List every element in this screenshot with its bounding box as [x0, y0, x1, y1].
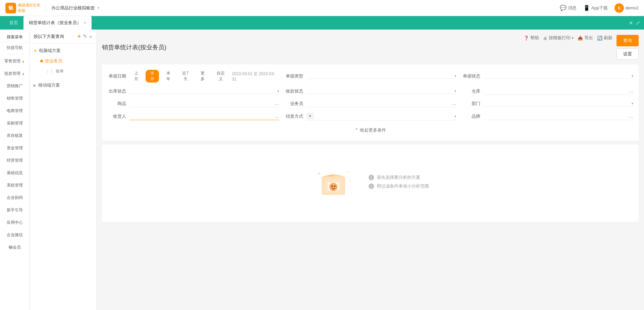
scheme-dot-salesperson — [40, 60, 43, 62]
collapse-icon: ⌃ — [355, 127, 359, 133]
sidebar-item-basic[interactable]: 基础信息 — [0, 167, 29, 179]
filter-docstatus-field: 单据状态 ▾ — [462, 73, 633, 79]
sidebar-item-wechat[interactable]: 企业微信 — [0, 229, 29, 241]
filter-doctype-label: 单据类型 — [284, 73, 303, 79]
date-range-area: 上月 本月 本年 近7天 更多 自定义 2023-03-01 至 2023-03… — [129, 70, 279, 83]
scheme-desktop-header[interactable]: ▼ 电脑端方案 — [30, 46, 96, 56]
sidebar-inventory-label: 库存核算 — [7, 133, 23, 139]
filter-payment-arrow: ▾ — [454, 114, 456, 118]
sidebar-quick-nav[interactable]: 快捷导航 — [7, 42, 23, 53]
sidebar-retail-label: 零售管理 — [4, 58, 20, 64]
date-btn-7days[interactable]: 近7天 — [177, 70, 193, 83]
scheme-panel-header: 按以下方案查询 + ✎ « — [30, 30, 96, 44]
sidebar-item-retail[interactable]: 零售管理 ▲ — [0, 55, 29, 67]
filter-date-field: 单据日期 上月 本月 本年 近7天 更多 自定义 2023-03-01 至 20… — [107, 70, 279, 83]
scheme-add-btn[interactable]: + — [77, 33, 81, 40]
filter-receiptstatus-field: 收款状态 ▾ — [284, 88, 456, 94]
sidebar-wechat-label: 企业微信 — [7, 232, 23, 238]
filter-docstatus-input[interactable]: ▾ — [484, 73, 633, 79]
filter-warehouse-dots[interactable]: ... — [629, 88, 633, 94]
sidebar-item-collab[interactable]: 企业协同 — [0, 192, 29, 204]
filter-product-dots[interactable]: ... — [275, 100, 279, 106]
sidebar-item-marketing[interactable]: 营销推广 — [0, 80, 29, 92]
filter-doctype-input[interactable]: ▾ — [307, 73, 456, 79]
sidebar-item-sales[interactable]: 销售管理 — [0, 92, 29, 105]
scheme-desktop-arrow: ▼ — [34, 49, 37, 53]
filter-payment-input[interactable]: × ▾ — [307, 112, 456, 120]
tab-expand-btn[interactable]: ⤢ — [636, 20, 640, 26]
query-setting-btns: 查询 设置 — [616, 35, 639, 60]
scheme-sub-item-order[interactable]: ⋮⋮ 按单 — [30, 66, 96, 76]
sidebar-item-purchase[interactable]: 采购管理 — [0, 117, 29, 130]
page-top-actions: ❓ 帮助 🖨 按模板打印 ▾ 📤 导出 🔄 — [524, 35, 612, 41]
date-btn-more[interactable]: 更多 — [196, 70, 209, 83]
filter-consignee-field: 收货人 ... — [107, 112, 279, 120]
app-download-btn[interactable]: 📱 App下载 — [583, 5, 608, 11]
header-divider — [46, 5, 46, 11]
filter-product-input[interactable]: ... — [129, 100, 279, 107]
print-arrow: ▾ — [572, 36, 574, 40]
sidebar-item-member[interactable]: 畅会员 — [0, 241, 29, 254]
filter-brand-label: 品牌 — [462, 113, 480, 119]
sidebar-item-appstore[interactable]: 应用中心 — [0, 216, 29, 229]
scheme-item-salesperson[interactable]: 按业务员 — [30, 56, 96, 66]
sidebar-item-finance[interactable]: 资金管理 — [0, 142, 29, 154]
filter-brand-input[interactable]: ... — [484, 112, 633, 120]
tab-sales-report[interactable]: 销货单统计表（按业务员） × — [23, 16, 92, 30]
date-btn-this-year[interactable]: 本年 — [162, 70, 175, 83]
message-label: 消息 — [568, 5, 577, 11]
print-btn[interactable]: 🖨 按模板打印 ▾ — [543, 35, 574, 41]
filter-warehouse-input[interactable]: ... — [484, 87, 633, 95]
avatar: E — [614, 3, 624, 13]
date-btn-custom[interactable]: 自定义 — [212, 70, 229, 83]
sidebar-item-inventory[interactable]: 库存核算 — [0, 130, 29, 142]
tab-close-btn[interactable]: × — [84, 20, 86, 25]
help-icon: ❓ — [524, 36, 529, 41]
sidebar-item-ecommerce[interactable]: 电商管理 — [0, 105, 29, 117]
filter-brand-field: 品牌 ... — [462, 112, 633, 120]
date-btn-last-month[interactable]: 上月 — [129, 70, 143, 83]
filter-outstatus-input[interactable]: ▾ — [129, 89, 279, 94]
date-btn-this-month[interactable]: 本月 — [146, 70, 159, 83]
filter-row-2: 出库状态 ▾ 收款状态 ▾ 仓库 — [107, 87, 633, 95]
filter-consignee-dots[interactable]: ... — [275, 113, 279, 119]
query-btn[interactable]: 查询 — [616, 35, 639, 46]
help-btn[interactable]: ❓ 帮助 — [524, 35, 539, 41]
page-title: 销货单统计表(按业务员) — [102, 43, 166, 51]
message-btn[interactable]: 💬 消息 — [560, 5, 577, 11]
setting-btn[interactable]: 设置 — [616, 48, 639, 60]
collapse-area: ⌃ 收起更多条件 — [107, 125, 633, 135]
sidebar-item-newbie[interactable]: 新手引导 — [0, 204, 29, 216]
scheme-panel-title: 按以下方案查询 — [34, 34, 64, 40]
filter-doctype-field: 单据类型 ▾ — [284, 73, 456, 79]
sidebar-item-system[interactable]: 系统管理 — [0, 179, 29, 192]
logo-text: 畅捷通好生意 标版 — [18, 3, 40, 13]
svg-text:✦: ✦ — [347, 171, 349, 174]
scheme-collapse-btn[interactable]: « — [89, 34, 92, 40]
filter-brand-dots[interactable]: ... — [629, 113, 633, 119]
user-menu[interactable]: E demo2 — [614, 3, 639, 13]
empty-step2-label: 用过滤条件来缩小分析范围 — [377, 183, 429, 189]
filter-receiptstatus-input[interactable]: ▾ — [307, 89, 456, 94]
filter-consignee-input[interactable]: ... — [129, 112, 279, 120]
tab-close-window-btn[interactable]: × — [629, 19, 633, 27]
sidebar-item-operation[interactable]: 经营管理 — [0, 154, 29, 167]
filter-salesperson-dots[interactable]: ... — [452, 100, 456, 106]
export-btn[interactable]: 📤 导出 — [578, 35, 593, 41]
filter-salesperson-input[interactable]: ... — [307, 100, 456, 107]
collapse-btn[interactable]: ⌃ 收起更多条件 — [355, 125, 386, 135]
filter-outstatus-arrow: ▾ — [277, 89, 279, 93]
filter-department-input[interactable]: ▾ — [484, 101, 633, 106]
refresh-btn[interactable]: 🔄 刷新 — [597, 35, 612, 41]
refresh-icon: 🔄 — [597, 36, 602, 41]
download-icon: 📱 — [583, 5, 590, 11]
breadcrumb-arrow[interactable]: ▾ — [98, 6, 99, 10]
sidebar-item-wholesale[interactable]: 批发管理 ▲ — [0, 67, 29, 80]
scheme-edit-btn[interactable]: ✎ — [83, 33, 87, 40]
scheme-mobile-header[interactable]: ▶ 移动端方案 — [30, 80, 96, 90]
empty-state-card: ✦ ✦ ✦ 1 请先选择要分析的方案 2 用过滤条件来缩小分析 — [102, 145, 639, 222]
filter-row-3: 商品 ... 业务员 ... 部门 — [107, 100, 633, 107]
tab-home[interactable]: 首页 — [4, 16, 23, 30]
logo-icon: 畅 — [5, 3, 16, 13]
sidebar-search-area[interactable]: 搜索菜单 — [0, 32, 29, 42]
